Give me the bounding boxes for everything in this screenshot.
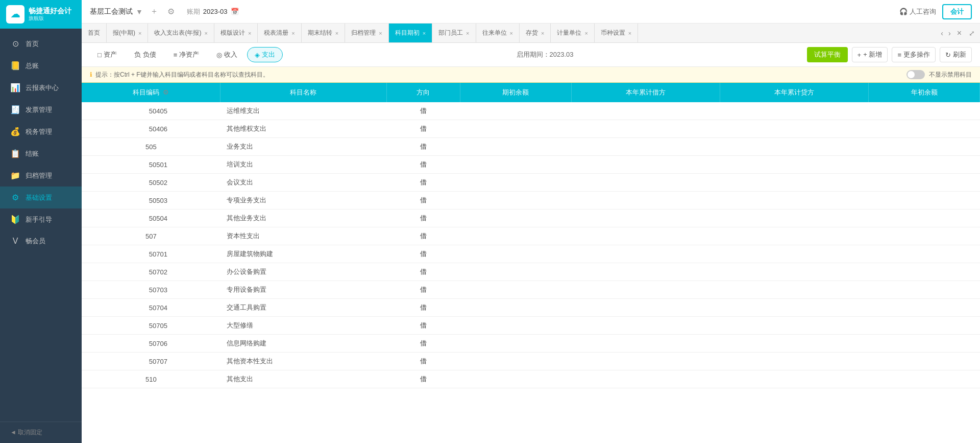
main-area: 基层工会测试 ▼ ＋ ⚙ 账期 2023-03 📅 🎧 人工咨询 会计 首页 报… [82, 0, 980, 443]
sidebar-label-invoice: 发票管理 [26, 105, 52, 114]
tab-expand-btn[interactable]: ⤢ [966, 28, 978, 38]
tab-inventory[interactable]: 存货 × [520, 24, 551, 43]
tab-taxform[interactable]: 税表清册 × [258, 24, 301, 43]
more-btn[interactable]: ≡ 更多操作 [892, 47, 936, 62]
add-company-btn[interactable]: ＋ [148, 4, 160, 19]
tab-dept[interactable]: 部门员工 × [432, 24, 476, 43]
user-role-btn[interactable]: 会计 [942, 4, 972, 19]
tab-taxform-close[interactable]: × [291, 30, 295, 36]
ledger-icon: 📒 [10, 61, 20, 71]
tab-home[interactable]: 首页 [82, 24, 107, 43]
sidebar-item-ledger[interactable]: 📒 总账 [0, 55, 82, 77]
cloud-icon: ☁ [11, 9, 20, 20]
income-icon: ◎ [216, 51, 222, 59]
subject-table: 科目编码 ⚙ 科目名称 方向 期初余额 本年累计借方 本年累计贷方 年初余额 5… [82, 83, 980, 388]
tab-unit-label: 计量单位 [557, 29, 581, 37]
subtab-expense-label: 支出 [262, 50, 275, 59]
subtab-equity[interactable]: ≡ 净资产 [166, 47, 207, 62]
add-btn[interactable]: + + 新增 [852, 47, 888, 62]
calendar-icon[interactable]: 📅 [231, 8, 239, 15]
settings-icon: ⚙ [10, 193, 20, 202]
tab-next-btn[interactable]: › [946, 28, 953, 38]
table-row[interactable]: 50703专用设备购置借 [82, 281, 980, 299]
table-row[interactable]: 50704交通工具购置借 [82, 299, 980, 317]
tab-inventory-label: 存货 [526, 29, 538, 37]
tab-income-close[interactable]: × [204, 30, 207, 36]
table-row[interactable]: 50405运维维支出借 [82, 102, 980, 120]
company-settings-icon[interactable]: ⚙ [165, 5, 177, 18]
app-name: 畅捷通好会计 [29, 7, 71, 15]
tab-supplier-close[interactable]: × [510, 30, 513, 36]
home-icon: ⊙ [10, 39, 20, 49]
table-row[interactable]: 50707其他资本性支出借 [82, 353, 980, 370]
table-row[interactable]: 50501培训支出借 [82, 156, 980, 174]
table-row[interactable]: 507资本性支出借 [82, 227, 980, 245]
table-row[interactable]: 50502会议支出借 [82, 174, 980, 192]
table-row[interactable]: 50504其他业务支出借 [82, 209, 980, 227]
company-dropdown-icon: ▼ [136, 8, 143, 16]
col-settings-icon[interactable]: ⚙ [163, 88, 169, 96]
table-row[interactable]: 50702办公设备购置借 [82, 263, 980, 281]
table-row[interactable]: 50706信息网络购建借 [82, 335, 980, 353]
refresh-icon: ↻ [945, 51, 951, 59]
refresh-btn[interactable]: ↻ 刷新 [940, 47, 972, 62]
subtab-income[interactable]: ◎ 收入 [209, 47, 245, 62]
sidebar-item-home[interactable]: ⊙ 首页 [0, 33, 82, 55]
sidebar-item-tax[interactable]: 💰 税务管理 [0, 121, 82, 143]
table-row[interactable]: 510其他支出借 [82, 370, 980, 388]
tab-archive[interactable]: 归档管理 × [345, 24, 388, 43]
tab-inventory-close[interactable]: × [541, 30, 544, 36]
col-year-start: 年初余额 [869, 83, 980, 102]
sidebar-item-archive[interactable]: 📁 归档管理 [0, 165, 82, 186]
tab-period-end[interactable]: 期末结转 × [302, 24, 345, 43]
company-selector[interactable]: 基层工会测试 ▼ [90, 7, 143, 16]
tab-period-end-close[interactable]: × [335, 30, 338, 36]
liability-icon: 负 [134, 50, 141, 59]
tab-archive-close[interactable]: × [379, 30, 382, 36]
tab-currency[interactable]: 币种设置 × [595, 24, 638, 43]
hint-text: 提示：按Ctrl + F键并输入科目编码或者科目名称可以查找科目。 [95, 71, 269, 79]
sidebar-collapse-btn[interactable]: ◄ 取消固定 [0, 422, 82, 443]
tab-dept-close[interactable]: × [466, 30, 469, 36]
tab-supplier[interactable]: 往来单位 × [476, 24, 520, 43]
collapse-label: ◄ 取消固定 [10, 428, 42, 437]
topbar-right: 🎧 人工咨询 会计 [899, 4, 972, 19]
subtab-expense[interactable]: ◈ 支出 [247, 47, 283, 62]
disabled-toggle[interactable] [906, 70, 925, 79]
sidebar-item-settle[interactable]: 📋 结账 [0, 143, 82, 165]
support-btn[interactable]: 🎧 人工咨询 [899, 7, 936, 16]
table-row[interactable]: 50406其他维权支出借 [82, 120, 980, 138]
subtab-asset-label: 资产 [104, 50, 117, 59]
tab-unit[interactable]: 计量单位 × [551, 24, 594, 43]
hint-bar: ℹ 提示：按Ctrl + F键并输入科目编码或者科目名称可以查找科目。 不显示禁… [82, 67, 980, 83]
add-btn-label: + 新增 [863, 50, 882, 59]
table-row[interactable]: 50503专项业务支出借 [82, 192, 980, 209]
tab-template-close[interactable]: × [248, 30, 251, 36]
table-row[interactable]: 505业务支出借 [82, 138, 980, 156]
sidebar-item-reports[interactable]: 📊 云报表中心 [0, 77, 82, 99]
sidebar-item-member[interactable]: V 畅会员 [0, 230, 82, 252]
tab-unit-close[interactable]: × [584, 30, 587, 36]
subtab-liability[interactable]: 负 负债 [127, 47, 164, 62]
tab-subject-init-close[interactable]: × [423, 30, 426, 36]
equity-icon: ≡ [174, 51, 178, 59]
subtab-asset[interactable]: □ 资产 [90, 47, 125, 62]
tab-close-all-btn[interactable]: × [954, 28, 965, 39]
tab-prev-btn[interactable]: ‹ [939, 28, 945, 38]
toolbar-right: 试算平衡 + + 新增 ≡ 更多操作 ↻ 刷新 [807, 47, 972, 62]
sidebar-item-settings[interactable]: ⚙ 基础设置 [0, 186, 82, 208]
tab-subject-init[interactable]: 科目期初 × [389, 24, 432, 43]
table-row[interactable]: 50705大型修缮借 [82, 317, 980, 335]
sidebar-item-guide[interactable]: 🔰 新手引导 [0, 208, 82, 230]
col-code: 科目编码 ⚙ [82, 83, 220, 102]
tab-interim-close[interactable]: × [138, 30, 141, 36]
tab-currency-close[interactable]: × [628, 30, 631, 36]
tab-interim[interactable]: 报(中期) × [107, 24, 148, 43]
sidebar-label-settle: 结账 [26, 149, 39, 158]
tab-income[interactable]: 收入支出表(年报) × [148, 24, 214, 43]
sidebar-label-archive: 归档管理 [26, 171, 52, 180]
table-row[interactable]: 50701房屋建筑物购建借 [82, 245, 980, 263]
sidebar-item-invoice[interactable]: 🧾 发票管理 [0, 99, 82, 121]
balance-btn[interactable]: 试算平衡 [807, 47, 848, 62]
tab-template[interactable]: 模版设计 × [214, 24, 258, 43]
